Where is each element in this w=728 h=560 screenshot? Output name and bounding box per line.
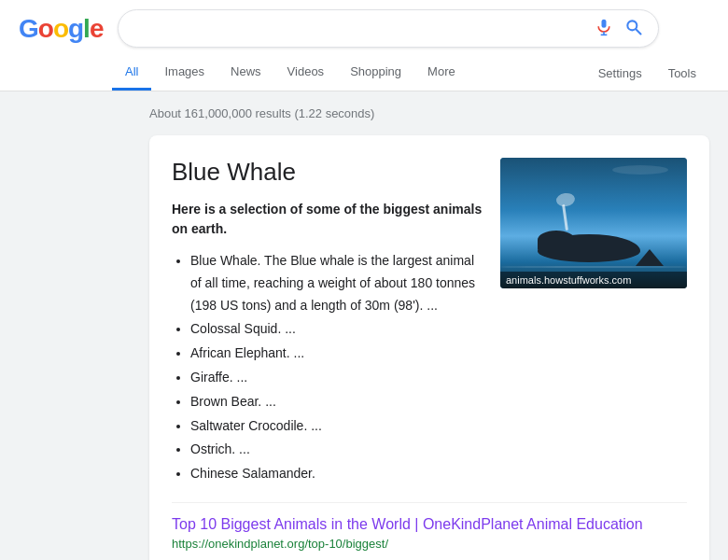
card-link-url[interactable]: https://onekindplanet.org/top-10/biggest… xyxy=(172,537,687,551)
logo-letter-o1: o xyxy=(38,14,53,43)
nav-right: Settings Tools xyxy=(585,57,709,90)
list-item: African Elephant. ... xyxy=(190,343,485,365)
tab-shopping[interactable]: Shopping xyxy=(337,55,414,91)
list-item: Blue Whale. The Blue whale is the larges… xyxy=(190,250,485,316)
card-subtitle: Here is a selection of some of the bigge… xyxy=(172,200,485,239)
image-source: animals.howstuffworks.com xyxy=(500,272,687,288)
microphone-icon[interactable] xyxy=(595,18,613,39)
card-text: Blue Whale Here is a selection of some o… xyxy=(172,158,485,487)
logo-letter-o2: o xyxy=(53,14,68,43)
search-submit-icon[interactable] xyxy=(624,18,643,39)
tab-settings[interactable]: Settings xyxy=(585,57,655,90)
result-card: Blue Whale Here is a selection of some o… xyxy=(149,135,709,560)
nav-tabs: All Images News Videos Shopping More xyxy=(112,55,469,91)
svg-line-4 xyxy=(637,30,641,35)
google-logo[interactable]: Google xyxy=(19,14,103,44)
logo-letter-g1: G xyxy=(19,14,38,43)
search-input[interactable]: what is the largest animal xyxy=(133,21,595,37)
card-image-container: animals.howstuffworks.com xyxy=(500,158,687,487)
tab-tools[interactable]: Tools xyxy=(655,57,709,90)
list-item: Saltwater Crocodile. ... xyxy=(190,415,485,438)
header-top: Google what is the largest animal xyxy=(19,9,709,55)
card-link-section: Top 10 Biggest Animals in the World | On… xyxy=(172,502,687,551)
tab-videos[interactable]: Videos xyxy=(274,55,338,91)
result-count: About 161,000,000 results (1.22 seconds) xyxy=(149,106,709,120)
list-item: Chinese Salamander. xyxy=(190,463,485,485)
list-item: Ostrich. ... xyxy=(190,439,485,461)
tab-images[interactable]: Images xyxy=(151,55,217,91)
results-area: About 161,000,000 results (1.22 seconds)… xyxy=(0,91,728,560)
card-title: Blue Whale xyxy=(172,158,485,187)
tab-all[interactable]: All xyxy=(112,55,151,91)
svg-rect-0 xyxy=(602,20,607,28)
logo-letter-g2: g xyxy=(68,14,83,43)
tab-news[interactable]: News xyxy=(217,55,274,91)
header: Google what is the largest animal xyxy=(0,0,728,91)
search-icons xyxy=(595,18,643,39)
tab-more[interactable]: More xyxy=(414,55,469,91)
list-item: Brown Bear. ... xyxy=(190,391,485,413)
card-content: Blue Whale Here is a selection of some o… xyxy=(172,158,687,487)
logo-letter-e: e xyxy=(90,14,104,43)
card-image[interactable]: animals.howstuffworks.com xyxy=(500,158,687,288)
list-item: Colossal Squid. ... xyxy=(190,318,485,341)
nav-bar: All Images News Videos Shopping More Set… xyxy=(19,55,709,91)
card-list: Blue Whale. The Blue whale is the larges… xyxy=(172,250,485,485)
card-link-title[interactable]: Top 10 Biggest Animals in the World | On… xyxy=(172,514,687,535)
search-box: what is the largest animal xyxy=(118,9,659,48)
list-item: Giraffe. ... xyxy=(190,367,485,389)
logo-letter-l: l xyxy=(83,14,90,43)
